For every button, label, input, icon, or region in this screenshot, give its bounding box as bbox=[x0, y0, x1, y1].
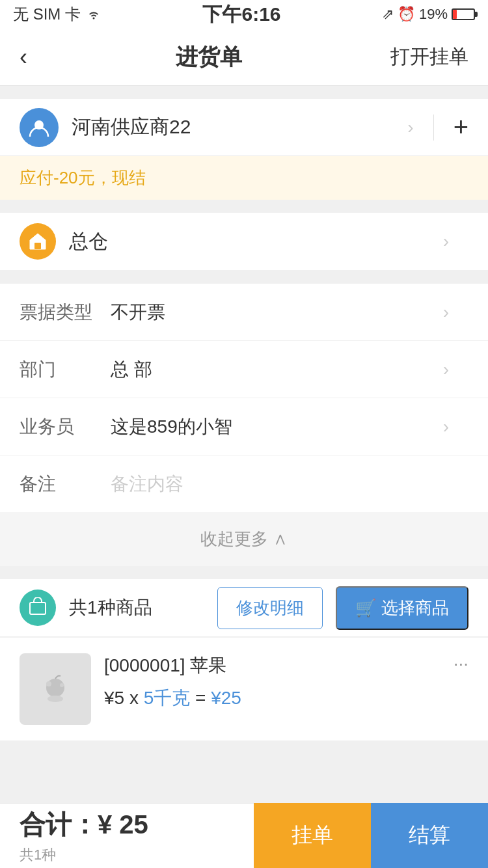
select-product-label: 选择商品 bbox=[381, 597, 449, 619]
product-price: ¥5 x 5千克 = ¥25 bbox=[104, 686, 416, 711]
select-product-button[interactable]: 🛒 选择商品 bbox=[336, 586, 468, 630]
product-info: [0000001] 苹果 ¥5 x 5千克 = ¥25 bbox=[104, 653, 416, 711]
status-left: 无 SIM 卡 bbox=[13, 4, 102, 25]
staff-arrow-icon: › bbox=[443, 416, 449, 437]
product-count: 共1种商品 bbox=[69, 595, 204, 620]
invoice-label: 票据类型 bbox=[20, 300, 98, 325]
product-icon bbox=[20, 590, 56, 626]
collapse-button[interactable]: 收起更多 ∧ bbox=[0, 512, 488, 566]
open-hang-button[interactable]: 打开挂单 bbox=[390, 44, 468, 70]
add-supplier-button[interactable]: + bbox=[454, 113, 468, 142]
invoice-row[interactable]: 票据类型 不开票 › bbox=[0, 283, 488, 340]
edit-detail-button[interactable]: 修改明细 bbox=[217, 587, 323, 629]
supplier-name: 河南供应商22 bbox=[72, 114, 407, 141]
equals-sign: = bbox=[195, 688, 211, 708]
staff-label: 业务员 bbox=[20, 414, 98, 439]
checkout-button[interactable]: 结算 bbox=[371, 803, 488, 868]
invoice-value: 不开票 bbox=[98, 300, 443, 325]
dept-arrow-icon: › bbox=[443, 359, 449, 380]
total-section: 合计：¥ 25 共1种 bbox=[0, 803, 254, 868]
page-title: 进货单 bbox=[176, 42, 242, 72]
invoice-arrow-icon: › bbox=[443, 302, 449, 323]
bottom-bar: 合计：¥ 25 共1种 挂单 结算 bbox=[0, 803, 488, 868]
battery-icon bbox=[452, 8, 475, 20]
time-label: 下午6:16 bbox=[202, 1, 280, 28]
alarm-icon: ⏰ bbox=[398, 6, 415, 23]
warehouse-icon bbox=[20, 223, 56, 260]
cart-icon: 🛒 bbox=[355, 598, 376, 618]
divider bbox=[433, 115, 434, 141]
dept-value: 总 部 bbox=[98, 357, 443, 382]
back-button[interactable]: ‹ bbox=[20, 44, 27, 71]
remark-label: 备注 bbox=[20, 472, 98, 496]
location-icon: ⇗ bbox=[382, 6, 394, 23]
svg-rect-2 bbox=[30, 603, 46, 614]
supplier-arrow-icon: › bbox=[407, 117, 413, 138]
remark-row[interactable]: 备注 备注内容 bbox=[0, 455, 488, 512]
product-name: [0000001] 苹果 bbox=[104, 653, 416, 678]
supplier-section: 河南供应商22 › + 应付-20元，现结 bbox=[0, 99, 488, 200]
section-gap-4 bbox=[0, 566, 488, 579]
subtotal: ¥25 bbox=[211, 688, 241, 708]
supplier-avatar bbox=[20, 108, 59, 147]
unit-price: ¥5 bbox=[104, 688, 124, 708]
carrier-label: 无 SIM 卡 bbox=[13, 4, 81, 25]
warehouse-name: 总仓 bbox=[69, 228, 443, 255]
section-gap-3 bbox=[0, 270, 488, 283]
notice-bar: 应付-20元，现结 bbox=[0, 156, 488, 200]
product-header: 共1种商品 修改明细 🛒 选择商品 bbox=[0, 579, 488, 636]
staff-row[interactable]: 业务员 这是859的小智 › bbox=[0, 398, 488, 455]
total-label: 合计： bbox=[20, 810, 98, 839]
nav-bar: ‹ 进货单 打开挂单 bbox=[0, 29, 488, 86]
warehouse-arrow-icon: › bbox=[443, 231, 449, 252]
status-bar: 无 SIM 卡 下午6:16 ⇗ ⏰ 19% bbox=[0, 0, 488, 29]
product-item: [0000001] 苹果 ¥5 x 5千克 = ¥25 ··· bbox=[0, 638, 488, 740]
warehouse-row[interactable]: 总仓 › bbox=[0, 213, 488, 270]
svg-point-5 bbox=[46, 681, 51, 686]
battery-label: 19% bbox=[419, 6, 448, 23]
svg-rect-1 bbox=[34, 243, 41, 249]
supplier-row[interactable]: 河南供应商22 › + bbox=[0, 99, 488, 156]
dept-row[interactable]: 部门 总 部 › bbox=[0, 340, 488, 398]
svg-point-6 bbox=[60, 683, 64, 687]
warehouse-section: 总仓 › bbox=[0, 213, 488, 270]
svg-point-4 bbox=[47, 696, 63, 702]
wifi-icon bbox=[86, 5, 102, 23]
price-separator: x bbox=[129, 688, 144, 708]
dept-label: 部门 bbox=[20, 357, 98, 382]
section-gap-1 bbox=[0, 86, 488, 99]
total-value: ¥ 25 bbox=[98, 810, 148, 839]
staff-value: 这是859的小智 bbox=[98, 414, 443, 439]
quantity: 5千克 bbox=[144, 688, 191, 708]
product-more-button[interactable]: ··· bbox=[429, 653, 468, 674]
total-count: 共1种 bbox=[20, 845, 254, 865]
hang-button[interactable]: 挂单 bbox=[254, 803, 371, 868]
product-thumbnail bbox=[20, 653, 91, 725]
total-amount: 合计：¥ 25 bbox=[20, 807, 254, 843]
section-gap-2 bbox=[0, 200, 488, 213]
remark-input[interactable]: 备注内容 bbox=[98, 472, 468, 496]
form-section: 票据类型 不开票 › 部门 总 部 › 业务员 这是859的小智 › 备注 备注… bbox=[0, 283, 488, 512]
status-right: ⇗ ⏰ 19% bbox=[382, 6, 475, 23]
